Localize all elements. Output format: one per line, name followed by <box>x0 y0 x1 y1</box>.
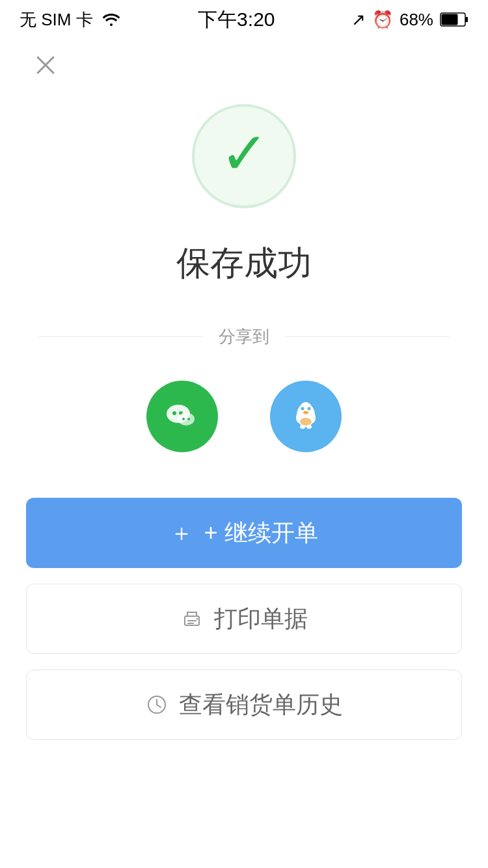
success-icon-circle: ✓ <box>192 104 296 208</box>
svg-point-8 <box>178 413 195 426</box>
battery-text: 68% <box>400 10 433 30</box>
printer-icon <box>180 607 204 631</box>
success-title: 保存成功 <box>176 241 312 286</box>
svg-point-6 <box>172 411 176 415</box>
svg-point-19 <box>300 425 305 429</box>
print-button[interactable]: 打印单据 <box>26 584 462 654</box>
status-time: 下午3:20 <box>198 7 275 33</box>
continue-button[interactable]: ＋ + 继续开单 <box>26 498 462 568</box>
status-bar: 无 SIM 卡 下午3:20 ↗ ⏰ 68% <box>0 0 488 39</box>
share-label: 分享到 <box>203 325 285 348</box>
svg-point-15 <box>303 411 308 414</box>
clock-icon <box>145 693 169 716</box>
svg-rect-22 <box>187 620 197 621</box>
close-button[interactable] <box>26 46 65 85</box>
history-label: 查看销货单历史 <box>179 689 343 721</box>
main-content: ✓ 保存成功 分享到 <box>0 39 488 740</box>
svg-rect-2 <box>441 14 457 25</box>
qq-share-button[interactable] <box>270 381 342 452</box>
svg-point-18 <box>300 418 312 426</box>
battery-icon <box>440 12 468 27</box>
status-right: ↗ ⏰ 68% <box>351 10 468 30</box>
svg-point-9 <box>182 418 185 420</box>
plus-icon: ＋ <box>170 517 193 549</box>
wifi-icon <box>101 12 122 27</box>
sim-status: 无 SIM 卡 <box>20 8 93 31</box>
wechat-share-button[interactable] <box>146 381 218 452</box>
print-label: 打印单据 <box>214 603 308 635</box>
svg-point-20 <box>306 425 312 429</box>
status-left: 无 SIM 卡 <box>20 8 122 31</box>
divider-right <box>285 336 449 337</box>
checkmark-icon: ✓ <box>220 124 269 183</box>
share-divider: 分享到 <box>0 325 488 348</box>
svg-point-24 <box>197 618 198 620</box>
action-buttons: ＋ + 继续开单 打印单据 <box>0 498 488 740</box>
svg-point-13 <box>301 407 305 411</box>
alarm-icon: ⏰ <box>372 10 393 30</box>
svg-rect-23 <box>187 623 194 624</box>
location-icon: ↗ <box>351 10 366 30</box>
history-button[interactable]: 查看销货单历史 <box>26 670 462 740</box>
svg-line-27 <box>157 705 161 707</box>
svg-rect-1 <box>465 17 468 22</box>
divider-left <box>39 336 203 337</box>
svg-point-10 <box>187 418 190 420</box>
share-icons <box>146 381 342 452</box>
svg-point-14 <box>308 407 311 411</box>
continue-label: + 继续开单 <box>204 517 318 549</box>
